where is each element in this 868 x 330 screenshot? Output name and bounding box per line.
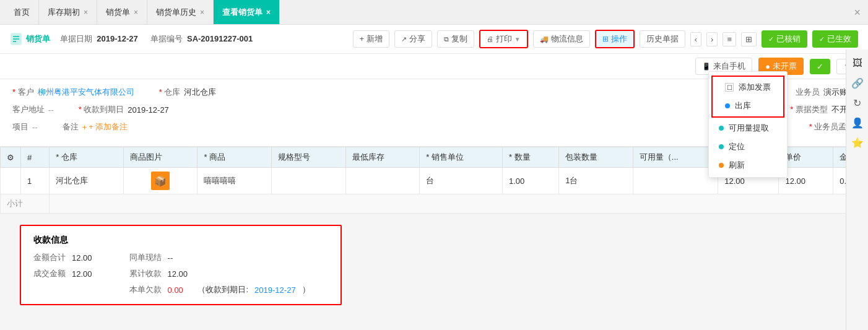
project-label: 项目 <box>12 121 28 132</box>
tab-inventory-close[interactable]: × <box>84 8 88 17</box>
sidebar-image-icon[interactable]: 🖼 <box>849 54 866 72</box>
row-image: 📦 <box>123 168 197 194</box>
refresh-dot-icon <box>719 163 724 168</box>
tab-inventory[interactable]: 库存期初 × <box>39 0 97 24</box>
tab-view-sales[interactable]: 查看销货单 × <box>214 0 280 24</box>
date-value: 2019-12-27 <box>97 34 138 43</box>
address-field: 客户地址 -- <box>12 104 54 115</box>
confirm-button[interactable]: ✓ <box>810 59 830 74</box>
doc-meta: 单据日期 2019-12-27 单据编号 SA-20191227-001 <box>60 33 343 45</box>
available-menu-item[interactable]: 可用量提取 <box>709 119 787 137</box>
sales-order-icon <box>10 33 22 45</box>
view2-button[interactable]: ⊞ <box>741 32 757 46</box>
salesperson-label: 业务员孟 <box>809 121 847 132</box>
customer-label: 客户 <box>12 87 34 98</box>
tab-sales-label: 销货单 <box>106 7 130 18</box>
refresh-menu-item[interactable]: 刷新 <box>709 156 787 175</box>
right-sidebar: 🖼 🔗 ↻ 👤 ⭐ ⤢ <box>846 50 868 330</box>
payment-title: 收款信息 <box>33 235 328 246</box>
subtotal-row: 小计 <box>1 194 868 214</box>
warehouse-field: 仓库 河北仓库 <box>159 87 217 98</box>
col-unit: * 销售单位 <box>420 147 503 168</box>
num-value: SA-20191227-001 <box>187 34 253 43</box>
same-settle-label: 同单现结 <box>129 252 162 263</box>
new-button[interactable]: + 新增 <box>353 30 389 48</box>
tab-sales-close[interactable]: × <box>134 8 138 17</box>
note-label: 备注 <box>63 121 79 132</box>
due-note-open <box>189 285 192 295</box>
print-button[interactable]: 🖨 打印 ▼ <box>479 30 528 48</box>
address-label: 客户地址 <box>12 104 45 115</box>
cumulative-row: 累计收款 12.00 <box>129 268 310 279</box>
operations-button[interactable]: ⊞ 操作 <box>595 30 635 48</box>
tab-sales-history-close[interactable]: × <box>200 8 204 17</box>
due-note-label: （收款到期日: <box>197 284 248 295</box>
row-product: 嘻嘻嘻嘻 <box>197 168 272 194</box>
payment-col-right: 同单现结 -- 累计收款 12.00 本单欠款 0.00 （收款到期日: <box>129 252 310 295</box>
available-dot-icon <box>719 126 724 131</box>
due-date-label: 收款到期日 <box>79 104 124 115</box>
window-close-button[interactable]: × <box>854 6 861 19</box>
same-settle-value: -- <box>168 253 173 263</box>
warehouse-value: 河北仓库 <box>184 87 216 98</box>
effective-status-button[interactable]: ✓ 已生效 <box>812 30 858 48</box>
logistics-button[interactable]: 🚚 物流信息 <box>533 30 590 48</box>
current-due-row: 本单欠款 0.00 （收款到期日: 2019-12-27 ） <box>129 284 310 295</box>
doc-type-label: 销货单 <box>26 33 50 45</box>
share-button[interactable]: ↗ 分享 <box>394 30 432 48</box>
doc-header: 销货单 单据日期 2019-12-27 单据编号 SA-20191227-001… <box>0 25 868 54</box>
cumulative-value: 12.00 <box>168 269 188 279</box>
row-available <box>633 168 718 194</box>
same-settle-row: 同单现结 -- <box>129 252 310 263</box>
sidebar-refresh-icon[interactable]: ↻ <box>849 94 866 111</box>
tab-home[interactable]: 首页 <box>5 0 39 24</box>
amount-label: 金额合计 <box>33 252 66 263</box>
sidebar-link-icon[interactable]: 🔗 <box>849 74 866 92</box>
view1-button[interactable]: ≡ <box>723 32 736 46</box>
tab-bar: 首页 库存期初 × 销货单 × 销货单历史 × 查看销货单 × × <box>0 0 868 25</box>
add-note-button[interactable]: + + 添加备注 <box>82 121 128 132</box>
payment-rows: 金额合计 12.00 成交金额 12.00 同单现结 -- <box>33 252 328 295</box>
employee-label: 业务员 <box>796 87 820 98</box>
current-due-value: 0.00 <box>168 285 183 295</box>
col-warehouse: * 仓库 <box>50 147 124 168</box>
col-image: 商品图片 <box>123 147 197 168</box>
row-no: 1 <box>21 168 50 194</box>
due-note-close: ） <box>302 284 310 295</box>
tab-sales[interactable]: 销货单 × <box>97 0 147 24</box>
add-invoice-menu-item[interactable]: ☐ 添加发票 <box>715 78 781 97</box>
due-date-value: 2019-12-27 <box>128 105 169 115</box>
row-unit: 台 <box>420 168 503 194</box>
sold-status-button[interactable]: ✓ 已核销 <box>762 30 807 48</box>
trade-value: 12.00 <box>72 269 92 279</box>
col-spec: 规格型号 <box>272 147 346 168</box>
sidebar-star-icon[interactable]: ⭐ <box>849 134 866 151</box>
locate-menu-item[interactable]: 定位 <box>709 137 787 156</box>
customer-value[interactable]: 柳州粤港平安气体有限公司 <box>38 87 134 98</box>
next-button[interactable]: › <box>706 32 718 46</box>
col-no: # <box>21 147 50 168</box>
num-label: 单据编号 SA-20191227-001 <box>150 33 253 45</box>
trade-row: 成交金额 12.00 <box>33 268 92 279</box>
tab-view-sales-close[interactable]: × <box>266 8 271 17</box>
sidebar-user-icon[interactable]: 👤 <box>849 114 866 131</box>
col-min-stock: 最低库存 <box>345 147 420 168</box>
col-pkg-qty: 包装数量 <box>559 147 633 168</box>
amount-value: 12.00 <box>72 253 92 263</box>
row-pkg-qty: 1台 <box>559 168 633 194</box>
locate-dot-icon <box>719 144 724 149</box>
date-label: 单据日期 2019-12-27 <box>60 33 138 45</box>
row-spec <box>272 168 346 194</box>
copy-button[interactable]: ⧉ 复制 <box>437 30 474 48</box>
prev-button[interactable]: ‹ <box>690 32 701 46</box>
col-product: * 商品 <box>197 147 272 168</box>
outbound-menu-item[interactable]: 出库 <box>715 97 781 115</box>
tab-home-label: 首页 <box>14 7 30 18</box>
tab-sales-history-label: 销货单历史 <box>156 7 196 18</box>
history-button[interactable]: 历史单据 <box>640 30 685 48</box>
row-qty: 1.00 <box>503 168 559 194</box>
note-field: 备注 + + 添加备注 <box>63 121 128 132</box>
tab-sales-history[interactable]: 销货单历史 × <box>147 0 214 24</box>
address-value: -- <box>48 105 54 115</box>
col-qty: * 数量 <box>503 147 559 168</box>
